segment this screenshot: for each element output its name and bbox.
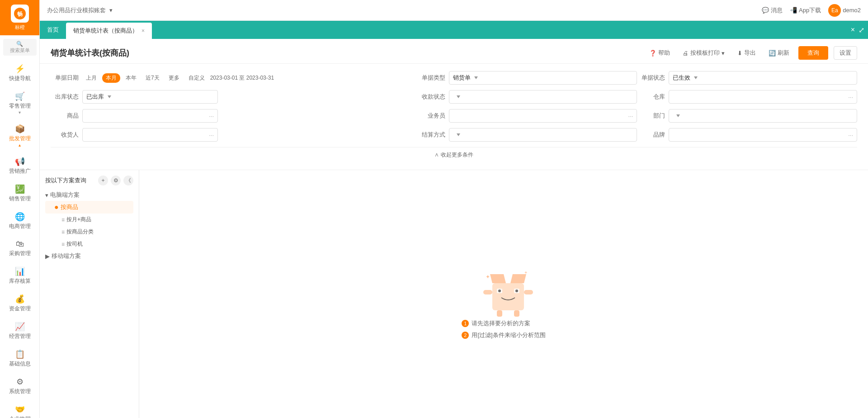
sidebar-item-cooperation[interactable]: 🤝 企业协同 — [0, 400, 39, 418]
date-tag-custom[interactable]: 自定义 — [185, 73, 208, 83]
topbar-dropdown-icon[interactable]: ▾ — [109, 7, 113, 14]
page-header: 销货单统计表(按商品) ❓ 帮助 🖨 按模板打印 ▾ ⬇ 导出 🔄 刷新 — [40, 39, 868, 64]
lp-add-btn[interactable]: + — [98, 176, 108, 185]
filter-panel: 单据日期 上月 本月 本年 近7天 更多 自定义 2023-03-01 至 20… — [40, 64, 868, 170]
tabbar-actions: × ⤢ — [851, 26, 868, 34]
ecommerce-label: 电商管理 — [9, 223, 31, 230]
print-btn[interactable]: 🖨 按模板打印 ▾ — [679, 47, 728, 59]
user-menu[interactable]: Ea demo2 — [828, 4, 861, 17]
type-value: 销货单 — [453, 74, 471, 82]
filter-row-3: 商品 ··· 业务员 ··· 部门 — [51, 109, 857, 123]
tabbar: 首页 销货单统计表（按商品） × × ⤢ — [40, 21, 868, 39]
warehouse-dots[interactable]: ··· — [848, 94, 853, 100]
sidebar-item-wholesale[interactable]: 📦 批发管理 ▴ — [0, 119, 39, 152]
filter-dept: 部门 — [637, 109, 857, 123]
basic-label: 基础信息 — [9, 360, 31, 368]
date-tag-lastmonth[interactable]: 上月 — [82, 73, 100, 83]
goods-select[interactable]: ··· — [82, 109, 218, 123]
brand-select[interactable]: ··· — [669, 128, 857, 142]
filter-row-4: 收货人 ··· 结算方式 品牌 — [51, 128, 857, 142]
sidebar-item-finance[interactable]: 💰 资金管理 — [0, 290, 39, 317]
pc-group-title[interactable]: ▾ 电脑端方案 — [45, 189, 133, 201]
collapse-bar[interactable]: ∧ 收起更多条件 — [51, 147, 857, 162]
mobile-group-title[interactable]: ▶ 移动端方案 — [40, 250, 139, 262]
sidebar-item-system[interactable]: ⚙ 系统管理 — [0, 372, 39, 400]
status-value: 已生效 — [673, 74, 690, 82]
empty-state: ✦ ✦ 1 请先选择要分析的方案 2 用[过滤]条件来缩小分析范围 — [462, 265, 545, 341]
left-panel-header: 按以下方案查询 + ⚙ 《 — [40, 176, 139, 189]
filter-row-1: 单据日期 上月 本月 本年 近7天 更多 自定义 2023-03-01 至 20… — [51, 71, 857, 85]
scheme-item-by-goods[interactable]: ● 按商品 — [45, 201, 133, 214]
receiver-select[interactable]: ··· — [82, 128, 218, 142]
out-status-select[interactable]: 已出库 — [82, 90, 218, 104]
tab-expand-icon[interactable]: ⤢ — [859, 26, 864, 34]
date-tag-thismonth[interactable]: 本月 — [102, 73, 120, 83]
shortcuts-label: 快捷导航 — [9, 75, 31, 82]
filter-out-status: 出库状态 已出库 — [51, 90, 417, 104]
app-download-icon: 📲 — [790, 7, 797, 14]
status-select[interactable]: 已生效 — [669, 71, 857, 85]
date-tag-thisyear[interactable]: 本年 — [122, 73, 140, 83]
payment-select[interactable] — [449, 128, 637, 142]
dept-select[interactable] — [669, 109, 857, 123]
marketing-icon: 📢 — [15, 157, 25, 166]
refresh-btn[interactable]: 🔄 刷新 — [765, 47, 793, 59]
query-btn[interactable]: 查询 — [798, 46, 828, 60]
help-btn[interactable]: ❓ 帮助 — [646, 47, 674, 59]
message-btn[interactable]: 💬 消息 — [762, 6, 783, 14]
filter-staff: 业务员 ··· — [417, 109, 637, 123]
warehouse-select[interactable]: ··· — [669, 90, 857, 104]
scheme-by-goods-label: 按商品 — [61, 203, 78, 211]
brand-dots[interactable]: ··· — [848, 132, 853, 138]
staff-select[interactable]: ··· — [449, 109, 637, 123]
svg-point-6 — [515, 290, 518, 292]
svg-rect-8 — [514, 310, 519, 317]
goods-dots[interactable]: ··· — [209, 113, 214, 119]
date-tag-7days[interactable]: 近7天 — [142, 73, 163, 83]
filter-status: 单据状态 已生效 — [637, 71, 857, 85]
app-download-btn[interactable]: 📲 App下载 — [790, 6, 821, 14]
filter-row-2: 出库状态 已出库 收款状态 仓库 — [51, 90, 857, 104]
receiver-dots[interactable]: ··· — [209, 132, 214, 138]
settings-btn[interactable]: 设置 — [834, 46, 857, 60]
tab-sales-stat[interactable]: 销货单统计表（按商品） × — [66, 23, 152, 39]
collect-status-select[interactable] — [449, 90, 637, 104]
type-select[interactable]: 销货单 — [449, 71, 637, 85]
logo-text: 标橙 — [15, 24, 25, 31]
sidebar-item-retail[interactable]: 🛒 零售管理 ▾ — [0, 87, 39, 119]
lp-edit-btn[interactable]: ⚙ — [111, 176, 121, 185]
search-menu-btn[interactable]: 🔍 搜索菜单 — [3, 39, 37, 56]
sidebar-item-shortcuts[interactable]: ⚡ 快捷导航 — [0, 59, 39, 87]
refresh-icon: 🔄 — [769, 50, 776, 57]
scheme-item-by-month-goods[interactable]: ≡ 按月+商品 — [45, 214, 133, 226]
sidebar-item-inventory[interactable]: 📊 库存核算 — [0, 262, 39, 290]
scheme-by-printer-icon: ≡ — [61, 241, 65, 247]
lp-actions: + ⚙ 《 — [98, 176, 133, 185]
staff-dots[interactable]: ··· — [628, 113, 633, 119]
scheme-item-by-printer[interactable]: ≡ 按司机 — [45, 238, 133, 250]
operations-icon: 📈 — [15, 322, 25, 332]
message-label: 消息 — [771, 6, 783, 14]
help-label: 帮助 — [658, 49, 670, 57]
date-tag-more[interactable]: 更多 — [165, 73, 183, 83]
sidebar-menu: 🔍 搜索菜单 ⚡ 快捷导航 🛒 零售管理 ▾ 📦 批发管理 ▴ 📢 营销推广 💹… — [0, 35, 39, 418]
sidebar-item-sales[interactable]: 💹 销售管理 — [0, 180, 39, 207]
sidebar-item-operations[interactable]: 📈 经营管理 — [0, 317, 39, 345]
lp-collapse-btn[interactable]: 《 — [123, 176, 133, 185]
sidebar-item-marketing[interactable]: 📢 营销推广 — [0, 152, 39, 180]
svg-text:畅: 畅 — [17, 11, 23, 17]
tab-home[interactable]: 首页 — [40, 21, 66, 39]
tab-window-close-icon[interactable]: × — [851, 26, 855, 34]
sales-icon: 💹 — [15, 184, 25, 194]
sidebar-item-ecommerce[interactable]: 🌐 电商管理 — [0, 207, 39, 235]
export-btn[interactable]: ⬇ 导出 — [734, 47, 760, 59]
sidebar-item-basic[interactable]: 📋 基础信息 — [0, 345, 39, 372]
tab-close-icon[interactable]: × — [142, 28, 145, 34]
scheme-item-by-goods-cat[interactable]: ≡ 按商品分类 — [45, 226, 133, 238]
app-logo[interactable]: 畅 标橙 — [0, 0, 39, 35]
receiver-label: 收货人 — [51, 131, 82, 139]
scheme-by-goods-icon: ● — [54, 203, 59, 211]
status-label: 单据状态 — [637, 74, 669, 82]
sidebar-item-purchase[interactable]: 🛍 采购管理 — [0, 235, 39, 262]
out-status-dropdown-arrow — [108, 95, 111, 98]
